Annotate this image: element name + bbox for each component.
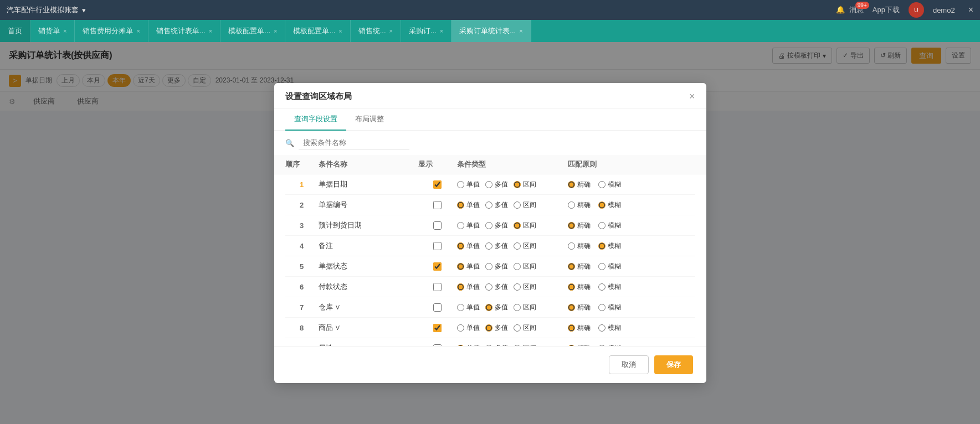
tab-sales-expense[interactable]: 销售费用分摊单 × [75,20,148,42]
type-single-label[interactable]: 单值 [457,323,480,333]
tab-close-icon[interactable]: × [274,28,277,34]
type-multi-label[interactable]: 多值 [485,241,508,251]
user-name: demo2 [933,6,955,14]
tab-6[interactable]: 销售统... × [351,20,401,42]
match-fuzzy-label[interactable]: 模糊 [598,221,621,230]
type-single-label[interactable]: 单值 [457,241,480,251]
table-row: 9 属性 ∨ 单值 多值 区间 精确 模糊 [285,338,695,346]
type-range-label[interactable]: 区间 [514,262,536,271]
col-header-display: 显示 [418,159,457,169]
display-checkbox[interactable] [433,221,442,230]
row-condition-name: 单据编号 [319,200,418,210]
tab-7[interactable]: 采购订... × [401,20,451,42]
tab-sales-order[interactable]: 销货单 × [30,20,75,42]
display-checkbox[interactable] [433,324,442,332]
tab-close-icon[interactable]: × [338,28,342,34]
message-area[interactable]: 🔔 消息 99+ [836,5,864,15]
match-exact-label[interactable]: 精确 [568,303,591,312]
display-checkbox[interactable] [433,303,442,312]
modal-close-btn[interactable]: × [689,91,695,102]
row-display-check[interactable] [418,201,457,209]
match-fuzzy-label[interactable]: 模糊 [598,180,621,189]
save-btn[interactable]: 保存 [654,355,693,374]
type-range-label[interactable]: 区间 [514,221,536,230]
type-single-label[interactable]: 单值 [457,221,480,230]
tab-close-icon[interactable]: × [440,28,443,34]
row-match-group: 精确 模糊 [568,303,679,312]
match-fuzzy-label[interactable]: 模糊 [598,262,621,271]
modal-tab-query-fields[interactable]: 查询字段设置 [285,108,346,131]
type-single-label[interactable]: 单值 [457,303,480,312]
tab-home[interactable]: 首页 [0,20,30,42]
row-match-group: 精确 模糊 [568,241,679,251]
modal-tab-layout[interactable]: 布局调整 [346,108,393,131]
tab-close-icon[interactable]: × [63,28,66,34]
dropdown-icon[interactable]: ▾ [82,6,86,14]
match-exact-label[interactable]: 精确 [568,221,591,230]
match-fuzzy-label[interactable]: 模糊 [598,303,621,312]
type-multi-label[interactable]: 多值 [485,262,508,271]
user-avatar[interactable]: U [909,2,924,18]
tab-3[interactable]: 销售统计表单... × [148,20,220,42]
row-display-check[interactable] [418,324,457,332]
match-fuzzy-label[interactable]: 模糊 [598,200,621,210]
top-close-btn[interactable]: × [968,5,973,15]
row-type-group: 单值 多值 区间 [457,303,568,312]
tab-close-icon[interactable]: × [136,28,140,34]
type-multi-label[interactable]: 多值 [485,221,508,230]
match-exact-label[interactable]: 精确 [568,323,591,333]
type-range-label[interactable]: 区间 [514,200,536,210]
type-range-label[interactable]: 区间 [514,180,536,189]
type-range-label[interactable]: 区间 [514,303,536,312]
type-single-label[interactable]: 单值 [457,200,480,210]
display-checkbox[interactable] [433,283,442,291]
match-exact-label[interactable]: 精确 [568,200,591,210]
row-type-group: 单值 多值 区间 [457,180,568,189]
type-range-label[interactable]: 区间 [514,323,536,333]
row-display-check[interactable] [418,283,457,291]
type-single-label[interactable]: 单值 [457,282,480,292]
cancel-btn[interactable]: 取消 [609,355,649,374]
match-fuzzy-label[interactable]: 模糊 [598,241,621,251]
table-row: 1 单据日期 单值 多值 区间 精确 模糊 [285,174,695,195]
table-row: 2 单据编号 单值 多值 区间 精确 模糊 [285,195,695,215]
tab-4[interactable]: 模板配置单... × [220,20,285,42]
col-header-name: 条件名称 [319,159,418,169]
tab-active[interactable]: 采购订单统计表... × [451,20,531,42]
match-exact-label[interactable]: 精确 [568,282,591,292]
type-single-label[interactable]: 单值 [457,262,480,271]
type-multi-label[interactable]: 多值 [485,303,508,312]
row-display-check[interactable] [418,242,457,250]
type-multi-label[interactable]: 多值 [485,180,508,189]
row-display-check[interactable] [418,180,457,189]
modal-search-input[interactable] [299,136,409,149]
match-exact-label[interactable]: 精确 [568,262,591,271]
table-row: 3 预计到货日期 单值 多值 区间 精确 模糊 [285,215,695,236]
tab-close-icon[interactable]: × [209,28,212,34]
type-range-label[interactable]: 区间 [514,282,536,292]
app-download-btn[interactable]: App下载 [873,5,900,15]
match-fuzzy-label[interactable]: 模糊 [598,323,621,333]
row-type-group: 单值 多值 区间 [457,262,568,271]
match-exact-label[interactable]: 精确 [568,180,591,189]
type-multi-label[interactable]: 多值 [485,323,508,333]
display-checkbox[interactable] [433,201,442,209]
type-multi-label[interactable]: 多值 [485,282,508,292]
type-single-label[interactable]: 单值 [457,180,480,189]
match-fuzzy-label[interactable]: 模糊 [598,282,621,292]
tab-close-icon[interactable]: × [389,28,393,34]
type-range-label[interactable]: 区间 [514,241,536,251]
modal-dialog: 设置查询区域布局 × 查询字段设置 布局调整 🔍 顺序 条件名称 显示 条件类型 [274,83,706,383]
row-display-check[interactable] [418,303,457,312]
display-checkbox[interactable] [433,180,442,189]
row-display-check[interactable] [418,221,457,230]
tab-close-icon[interactable]: × [519,28,522,34]
tab-5[interactable]: 模板配置单... × [285,20,350,42]
type-multi-label[interactable]: 多值 [485,200,508,210]
display-checkbox[interactable] [433,262,442,271]
modal-title: 设置查询区域布局 [285,91,352,102]
row-type-group: 单值 多值 区间 [457,200,568,210]
row-display-check[interactable] [418,262,457,271]
display-checkbox[interactable] [433,242,442,250]
match-exact-label[interactable]: 精确 [568,241,591,251]
